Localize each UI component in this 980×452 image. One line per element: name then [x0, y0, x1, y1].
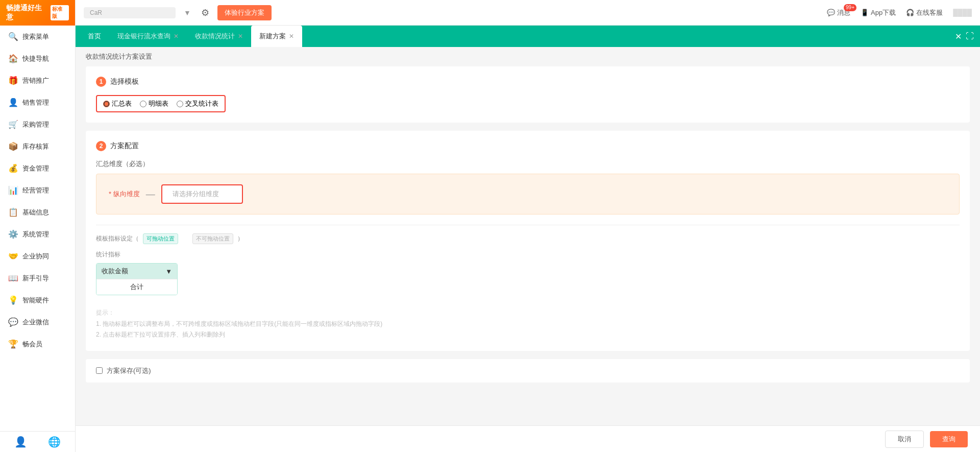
option-summary[interactable]: 汇总表 — [103, 99, 132, 108]
tip-item-2: 2. 点击标题栏下拉可设置排序、插入列和删除列 — [96, 329, 960, 341]
box-icon: 📦 — [8, 141, 18, 151]
sidebar-item-basic-info[interactable]: 📋 基础信息 — [0, 201, 75, 223]
stat-col-header: 收款金额 — [102, 267, 128, 276]
vertical-dim-label: * 纵向维度 — [109, 189, 140, 199]
sidebar-label-smart-hw: 智能硬件 — [22, 296, 49, 305]
sidebar-label-marketing: 营销推广 — [22, 76, 49, 85]
sidebar-label-search-menu: 搜索菜单 — [22, 32, 49, 41]
tab-new-plan-label: 新建方案 — [259, 32, 286, 41]
tab-bank-flow-label: 现金银行流水查询 — [117, 32, 170, 41]
sidebar-item-purchase[interactable]: 🛒 采购管理 — [0, 113, 75, 135]
topbar-dropdown-icon[interactable]: ▼ — [184, 9, 191, 17]
bulb-icon: 💡 — [8, 295, 18, 305]
stat-indicator-area: 统计指标 收款金额 ▼ 合计 — [96, 250, 960, 295]
tips-label: 提示： — [96, 309, 114, 316]
sidebar-item-system[interactable]: ⚙️ 系统管理 — [0, 223, 75, 245]
cart-icon: 🛒 — [8, 120, 18, 129]
sidebar-label-enterprise-wechat: 企业微信 — [22, 318, 49, 327]
notification-btn[interactable]: 💬 消息 99+ — [827, 8, 850, 17]
cancel-button[interactable]: 取消 — [885, 431, 924, 448]
sidebar-item-member[interactable]: 🏆 畅会员 — [0, 333, 75, 355]
tab-close-all-icon[interactable]: ✕ — [955, 32, 962, 41]
bottom-bar: 取消 查询 — [76, 425, 980, 452]
tab-maximize-icon[interactable]: ⛶ — [966, 32, 974, 41]
sidebar-label-purchase: 采购管理 — [22, 120, 49, 129]
save-plan-label: 方案保存(可选) — [107, 366, 151, 375]
download-icon: 📱 — [861, 9, 869, 16]
sidebar-logo: 畅捷通好生意 标准版 — [0, 0, 75, 26]
dimension-title: 汇总维度（必选） — [96, 159, 960, 169]
search-menu-icon: 🔍 — [8, 32, 18, 41]
tab-new-plan[interactable]: 新建方案 ✕ — [251, 26, 302, 47]
tab-home-label: 首页 — [88, 32, 101, 41]
tab-collection-stats-label: 收款情况统计 — [195, 32, 235, 41]
money-icon: 💰 — [8, 163, 18, 173]
user-btn[interactable]: ████ — [953, 9, 972, 16]
stat-indicator-title: 统计指标 — [96, 250, 960, 259]
radio-cross[interactable] — [177, 101, 183, 107]
radio-summary[interactable] — [103, 101, 110, 107]
step1-title: 1 选择模板 — [96, 77, 960, 87]
option-detail[interactable]: 明细表 — [140, 99, 168, 108]
sidebar-item-newcomer[interactable]: 📖 新手引导 — [0, 267, 75, 289]
content-area: 收款情况统计方案设置 1 选择模板 汇总表 明细表 — [76, 47, 980, 425]
stat-col-dropdown-icon[interactable]: ▼ — [165, 268, 172, 275]
chat-icon: 💬 — [8, 317, 18, 327]
step2-title: 2 方案配置 — [96, 141, 960, 151]
sidebar-item-smart-hw[interactable]: 💡 智能硬件 — [0, 289, 75, 311]
sidebar-item-quick-nav[interactable]: 🏠 快捷导航 — [0, 47, 75, 69]
dim-arrow: — — [146, 189, 155, 200]
sidebar: 畅捷通好生意 标准版 🔍 搜索菜单 🏠 快捷导航 🎁 营销推广 👤 销售管理 🛒… — [0, 0, 76, 452]
sidebar-item-marketing[interactable]: 🎁 营销推广 — [0, 69, 75, 91]
sidebar-item-operations[interactable]: 📊 经营管理 — [0, 179, 75, 201]
sidebar-item-sales[interactable]: 👤 销售管理 — [0, 91, 75, 113]
indicator-config-sep — [182, 234, 188, 243]
sidebar-label-newcomer: 新手引导 — [22, 274, 49, 283]
sidebar-bottom-icon1[interactable]: 👤 — [14, 436, 27, 448]
search-input[interactable] — [84, 7, 176, 18]
dim-select[interactable]: 请选择分组维度 — [161, 184, 243, 204]
step2-badge: 2 — [96, 141, 106, 151]
industry-btn[interactable]: 体验行业方案 — [217, 5, 272, 20]
sidebar-label-finance: 资金管理 — [22, 164, 49, 173]
settings-icon[interactable]: ⚙ — [201, 7, 209, 18]
footer-card: 方案保存(可选) — [86, 359, 970, 383]
radio-detail[interactable] — [140, 101, 146, 107]
sidebar-item-search-menu[interactable]: 🔍 搜索菜单 — [0, 26, 75, 47]
query-button[interactable]: 查询 — [930, 431, 968, 447]
main-area: ▼ ⚙ 体验行业方案 💬 消息 99+ 📱 App下载 🎧 在线客服 ████ — [76, 0, 980, 452]
gear-icon: ⚙️ — [8, 229, 18, 239]
nav-tabs: 首页 现金银行流水查询 ✕ 收款情况统计 ✕ 新建方案 ✕ ✕ ⛶ — [76, 26, 980, 47]
user-icon: ████ — [953, 9, 972, 16]
sidebar-label-system: 系统管理 — [22, 230, 49, 239]
support-label: 在线客服 — [916, 8, 943, 17]
stat-table-header[interactable]: 收款金额 ▼ — [96, 264, 177, 279]
label-summary: 汇总表 — [112, 99, 132, 108]
sidebar-item-inventory[interactable]: 📦 库存核算 — [0, 135, 75, 157]
template-options: 汇总表 明细表 交叉统计表 — [96, 95, 960, 112]
sidebar-bottom-icon2[interactable]: 🌐 — [48, 436, 61, 448]
tab-home[interactable]: 首页 — [80, 26, 109, 47]
sidebar-item-enterprise[interactable]: 🤝 企业协同 — [0, 245, 75, 267]
sidebar-item-enterprise-wechat[interactable]: 💬 企业微信 — [0, 311, 75, 333]
divider — [96, 225, 960, 225]
tab-collection-stats[interactable]: 收款情况统计 ✕ — [187, 26, 251, 47]
sidebar-label-member: 畅会员 — [22, 340, 42, 349]
sidebar-item-finance[interactable]: 💰 资金管理 — [0, 157, 75, 179]
tab-collection-stats-close[interactable]: ✕ — [238, 33, 243, 40]
home-icon: 🏠 — [8, 54, 18, 63]
sidebar-label-basic-info: 基础信息 — [22, 208, 49, 217]
save-plan-checkbox[interactable] — [96, 367, 103, 374]
movable-tag: 可拖动位置 — [143, 233, 178, 244]
support-btn[interactable]: 🎧 在线客服 — [906, 8, 943, 17]
page-header: 收款情况统计方案设置 — [76, 47, 980, 66]
tab-bank-flow[interactable]: 现金银行流水查询 ✕ — [109, 26, 187, 47]
notification-count: 99+ — [844, 4, 856, 11]
download-btn[interactable]: 📱 App下载 — [861, 8, 896, 17]
tab-bank-flow-close[interactable]: ✕ — [174, 33, 179, 40]
option-cross[interactable]: 交叉统计表 — [177, 99, 218, 108]
chart-icon: 📊 — [8, 185, 18, 195]
tab-new-plan-close[interactable]: ✕ — [289, 33, 294, 40]
sidebar-label-quick-nav: 快捷导航 — [22, 54, 49, 63]
unmovable-tag: 不可拖动位置 — [192, 233, 233, 244]
